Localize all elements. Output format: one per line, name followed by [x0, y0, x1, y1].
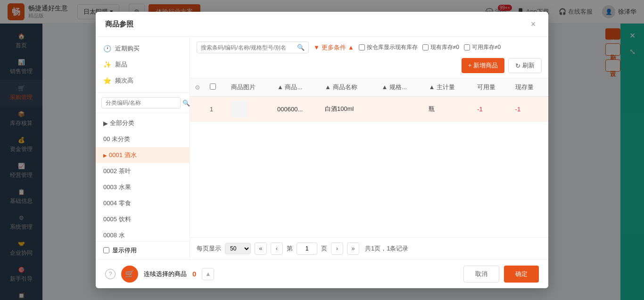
cart-icon-btn[interactable]: 🛒 — [121, 266, 138, 283]
page-last-btn[interactable]: » — [347, 242, 359, 255]
modal-title: 商品参照 — [105, 20, 133, 29]
clock-icon: 🕐 — [103, 45, 111, 52]
quick-new-label: 新品 — [115, 60, 127, 69]
cancel-btn[interactable]: 取消 — [463, 266, 499, 283]
collapse-btn[interactable]: ▲ — [202, 268, 214, 280]
col-checkbox — [205, 78, 226, 97]
category-list: ▶ 全部分类 00 未分类 ▶ 0001 酒水 0002 茶叶 0003 水果 — [96, 113, 190, 241]
row-num-cell: 1 — [205, 97, 226, 122]
filter-icon: ▼ — [314, 44, 320, 51]
row-name-cell: 白酒100ml — [320, 97, 377, 122]
row-number: 1 — [210, 106, 213, 113]
cat-00-label: 00 未分类 — [103, 135, 130, 143]
row-code-cell: 000600... — [272, 97, 320, 122]
cart-label: 连续选择的商品 — [144, 270, 187, 278]
cat-all-label: 全部分类 — [110, 119, 134, 127]
cat-item-all[interactable]: ▶ 全部分类 — [96, 115, 190, 131]
warehouse-stock-checkbox-label[interactable]: 按仓库显示现有库存 — [359, 43, 418, 51]
row-unit-cell: 瓶 — [424, 97, 472, 122]
cat-0001-label: 0001 酒水 — [109, 151, 137, 159]
category-search-btn[interactable]: 🔍 — [182, 97, 190, 109]
star-new-icon: ✨ — [103, 61, 111, 68]
col-stock: 现存量 — [511, 78, 548, 97]
col-image: 商品图片 — [226, 78, 272, 97]
product-search-box: 🔍 — [197, 42, 309, 53]
usable-nonzero-checkbox-label[interactable]: 可用库存≠0 — [464, 43, 501, 51]
page-first-btn[interactable]: « — [255, 242, 267, 255]
refresh-icon: ↻ — [515, 62, 520, 69]
cat-item-0003[interactable]: 0003 水果 — [96, 179, 190, 195]
col-available: 可用量 — [472, 78, 510, 97]
product-table: ⚙ 商品图片 ▲ 商品... ▲ 商品名称 ▲ 规格.. — [190, 78, 548, 122]
pagination-bar: 每页显示 50 100 200 « ‹ 第 页 › » 共1页，1条记录 — [190, 237, 548, 259]
table-row[interactable]: 1 000600... 白酒100ml — [190, 97, 548, 122]
add-product-btn[interactable]: + 新增商品 — [462, 58, 504, 73]
refresh-table-btn[interactable]: ↻ 刷新 — [508, 58, 542, 73]
available-nonzero-checkbox-label[interactable]: 现有库存≠0 — [422, 43, 459, 51]
select-all-checkbox[interactable] — [210, 83, 216, 90]
product-reference-modal: 商品参照 × 🕐 近期购买 ✨ 新品 ⭐ — [96, 12, 548, 288]
product-thumbnail — [231, 100, 248, 117]
category-search-input[interactable] — [101, 97, 181, 108]
quick-frequent-label: 频次高 — [115, 76, 133, 85]
table-toolbar: 🔍 ▼ 更多条件 ▲ 按仓库显示现有库存 现有库存≠0 — [190, 37, 548, 78]
page-next-btn[interactable]: › — [331, 242, 343, 255]
cat-0002-label: 0002 茶叶 — [103, 167, 131, 175]
quick-item-recent[interactable]: 🕐 近期购买 — [96, 41, 190, 57]
product-stock: -1 — [515, 106, 521, 113]
total-info: 共1页，1条记录 — [365, 244, 408, 253]
help-btn[interactable]: ? — [105, 269, 116, 279]
chevron-up-icon: ▲ — [348, 44, 354, 51]
right-data-panel: 🔍 ▼ 更多条件 ▲ 按仓库显示现有库存 现有库存≠0 — [190, 37, 548, 259]
modal-overlay: 商品参照 × 🕐 近期购买 ✨ 新品 ⭐ — [0, 0, 644, 300]
cat-0008-label: 0008 水 — [103, 231, 125, 240]
product-available: -1 — [477, 106, 483, 113]
show-disabled-label: 显示停用 — [112, 246, 137, 255]
product-code: 000600... — [277, 106, 303, 113]
usable-nonzero-checkbox[interactable] — [464, 44, 470, 50]
product-name: 白酒100ml — [325, 105, 354, 112]
available-nonzero-checkbox[interactable] — [422, 44, 429, 50]
col-spec[interactable]: ▲ 规格... — [377, 78, 424, 97]
row-stock-cell: -1 — [511, 97, 548, 122]
cat-0003-label: 0003 水果 — [103, 183, 131, 192]
show-disabled-checkbox[interactable] — [103, 247, 109, 253]
col-code[interactable]: ▲ 商品... — [272, 78, 320, 97]
page-number-input[interactable] — [297, 242, 317, 255]
product-unit: 瓶 — [429, 105, 435, 112]
cat-item-0004[interactable]: 0004 零食 — [96, 195, 190, 211]
selected-count: 0 — [192, 270, 196, 278]
product-table-body: 1 000600... 白酒100ml — [190, 97, 548, 122]
col-settings[interactable]: ⚙ — [190, 78, 205, 97]
confirm-btn[interactable]: 确定 — [504, 266, 539, 283]
category-footer: 显示停用 — [96, 241, 190, 259]
cat-item-0001[interactable]: ▶ 0001 酒水 — [96, 147, 190, 163]
row-available-cell: -1 — [472, 97, 510, 122]
star-freq-icon: ⭐ — [103, 77, 111, 84]
quick-item-new[interactable]: ✨ 新品 — [96, 57, 190, 73]
row-image-cell — [226, 97, 272, 122]
product-search-icon[interactable]: 🔍 — [297, 44, 305, 51]
page-prev-btn[interactable]: ‹ — [271, 242, 283, 255]
cat-item-0005[interactable]: 0005 饮料 — [96, 211, 190, 227]
quick-recent-label: 近期购买 — [115, 44, 140, 53]
expand-all-icon: ▶ — [103, 120, 108, 127]
quick-item-frequent[interactable]: ⭐ 频次高 — [96, 73, 190, 89]
col-name[interactable]: ▲ 商品名称 — [320, 78, 377, 97]
modal-body: 🕐 近期购买 ✨ 新品 ⭐ 频次高 🔍 « — [96, 37, 548, 259]
warehouse-stock-checkbox[interactable] — [359, 44, 365, 50]
cat-item-0008[interactable]: 0008 水 — [96, 227, 190, 241]
category-panel: 🕐 近期购买 ✨ 新品 ⭐ 频次高 🔍 « — [96, 37, 190, 259]
modal-close-btn[interactable]: × — [528, 18, 539, 30]
more-filter-btn[interactable]: ▼ 更多条件 ▲ — [314, 43, 354, 52]
footer-buttons: 取消 确定 — [463, 266, 539, 283]
cat-item-0002[interactable]: 0002 茶叶 — [96, 163, 190, 179]
product-search-input[interactable] — [201, 44, 295, 51]
page-text-first: 第 — [287, 244, 293, 253]
cat-0004-label: 0004 零食 — [103, 199, 131, 208]
cat-item-00[interactable]: 00 未分类 — [96, 131, 190, 147]
col-unit[interactable]: ▲ 主计量 — [424, 78, 472, 97]
cat-0005-label: 0005 饮料 — [103, 215, 131, 224]
quick-list: 🕐 近期购买 ✨ 新品 ⭐ 频次高 — [96, 37, 190, 93]
page-size-select[interactable]: 50 100 200 — [225, 243, 251, 254]
